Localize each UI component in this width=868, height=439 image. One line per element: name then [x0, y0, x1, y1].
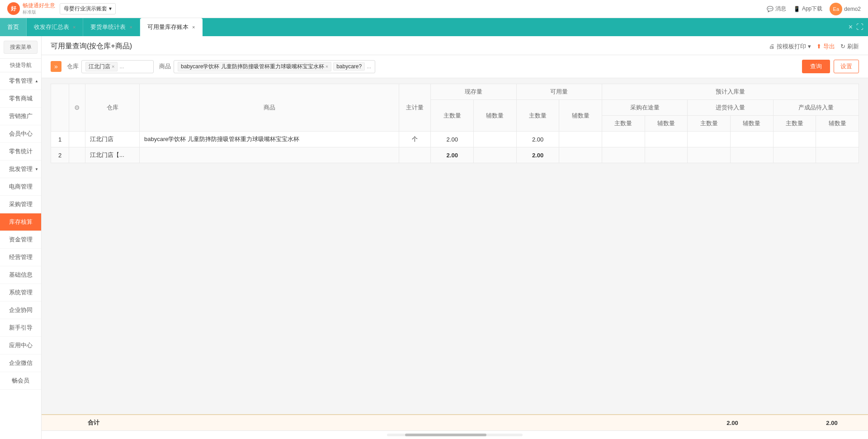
- filter-bar: » 仓库 江北门店 × ... 商品 babycare学饮杯 儿童防摔防撞吸管杯…: [42, 55, 868, 78]
- export-btn[interactable]: ⬆ 导出: [816, 42, 835, 51]
- data-table: ⚙ 仓库 商品 主计量 现存量 可用量 预计入库量 主数量 辅数量 主数量 辅数…: [51, 84, 859, 163]
- sidebar-item-retail-mgmt[interactable]: 零售管理: [0, 72, 41, 90]
- user-area[interactable]: Ea demo2: [830, 3, 861, 15]
- filter-actions: 查询 设置: [802, 60, 859, 73]
- brand-sub: 标准版: [23, 9, 55, 15]
- sidebar-item-member-center[interactable]: 会员中心: [0, 125, 41, 143]
- user-name: demo2: [844, 6, 861, 12]
- brand-text: 畅捷通好生意: [23, 2, 55, 9]
- main-layout: 搜索菜单 快捷导航 零售管理 零售商城 营销推广 会员中心 零售统计 批发管理 …: [0, 36, 868, 439]
- close-all-tabs-btn[interactable]: ×: [849, 23, 853, 31]
- sidebar-item-retail-mall[interactable]: 零售商城: [0, 90, 41, 108]
- product-label: 商品: [159, 62, 171, 71]
- summary-available-main: 2.00: [805, 420, 859, 426]
- sidebar-item-wholesale-mgmt[interactable]: 批发管理: [0, 160, 41, 178]
- sidebar-item-operations[interactable]: 经营管理: [0, 249, 41, 266]
- sidebar-item-system[interactable]: 系统管理: [0, 284, 41, 302]
- tab-receive-close[interactable]: ×: [73, 24, 75, 30]
- sidebar-item-inventory[interactable]: 库存核算: [0, 213, 41, 231]
- quick-nav-btn[interactable]: 快捷导航: [0, 59, 41, 72]
- tab-receive[interactable]: 收发存汇总表 ×: [27, 18, 83, 36]
- top-bar: 好 畅捷通好生意 标准版 母婴行业演示账套 ▾ 💬 消息 📱 App下载 Ea …: [0, 0, 868, 18]
- warehouse-tag-remove[interactable]: ×: [112, 64, 114, 69]
- sidebar-item-ecommerce[interactable]: 电商管理: [0, 178, 41, 196]
- cell-current-aux-2: [474, 147, 517, 163]
- cell-unit-2: [399, 147, 431, 163]
- sidebar-item-purchase[interactable]: 采购管理: [0, 196, 41, 213]
- sidebar-item-marketing[interactable]: 营销推广: [0, 108, 41, 125]
- product-tag-input[interactable]: babycare学饮杯 儿童防摔防撞吸管杯重力球吸嘴杯宝宝水杯 × babyca…: [174, 60, 375, 73]
- cell-inbound-aux-1: [731, 132, 774, 147]
- brand-info: 畅捷通好生意 标准版: [23, 2, 55, 15]
- warehouse-tag-input[interactable]: 江北门店 × ...: [81, 60, 154, 73]
- sidebar-item-vip-member[interactable]: 畅会员: [0, 372, 41, 390]
- tab-available-stock-close[interactable]: ×: [192, 24, 195, 30]
- export-label: 导出: [823, 42, 835, 51]
- tab-order-stats-close[interactable]: ×: [129, 24, 132, 30]
- sidebar-item-retail-stats[interactable]: 零售统计: [0, 143, 41, 160]
- message-btn[interactable]: 💬 消息: [767, 5, 786, 13]
- tab-home-label: 首页: [7, 23, 19, 31]
- th-settings[interactable]: ⚙: [69, 84, 85, 132]
- tab-home[interactable]: 首页: [0, 18, 27, 36]
- cell-row-num-2: 2: [51, 147, 69, 163]
- print-icon: 🖨: [769, 43, 775, 50]
- tab-available-stock[interactable]: 可用量库存账本 ×: [140, 18, 203, 36]
- product-tag-1-label: babycare学饮杯 儿童防摔防撞吸管杯重力球吸嘴杯宝宝水杯: [181, 63, 324, 71]
- th-product-pending: 产成品待入量: [773, 100, 859, 116]
- th-current-main: 主数量: [431, 100, 474, 132]
- sidebar: 搜索菜单 快捷导航 零售管理 零售商城 营销推广 会员中心 零售统计 批发管理 …: [0, 36, 42, 439]
- cell-warehouse-1: 江北门店: [85, 132, 140, 147]
- product-tag-1-remove[interactable]: ×: [326, 64, 328, 69]
- cell-settings-2: [69, 147, 85, 163]
- th-product-main: 主数量: [773, 116, 816, 132]
- sidebar-item-enterprise-collab[interactable]: 企业协同: [0, 302, 41, 319]
- th-expected-inbound: 预计入库量: [602, 84, 859, 100]
- industry-selector[interactable]: 母婴行业演示账套 ▾: [60, 3, 116, 14]
- sidebar-item-enterprise-wechat[interactable]: 企业微信: [0, 354, 41, 372]
- table-row: 2 江北门店【... 2.00 2.00: [51, 147, 859, 163]
- print-template-btn[interactable]: 🖨 按模板打印 ▾: [769, 42, 811, 51]
- search-menu-btn[interactable]: 搜索菜单: [4, 41, 38, 54]
- th-current-aux: 辅数量: [474, 100, 517, 132]
- cell-purchase-aux-1: [645, 132, 688, 147]
- cell-purchase-aux-2: [645, 147, 688, 163]
- query-btn[interactable]: 查询: [802, 60, 830, 73]
- cell-product-aux-2: [816, 147, 859, 163]
- app-download-btn[interactable]: 📱 App下载: [793, 5, 822, 13]
- cell-settings-1: [69, 132, 85, 147]
- th-inbound-main: 主数量: [688, 116, 731, 132]
- avatar: Ea: [830, 3, 842, 15]
- refresh-btn[interactable]: ↻ 刷新: [840, 42, 859, 51]
- sidebar-item-app-center[interactable]: 应用中心: [0, 337, 41, 354]
- scrollbar-track[interactable]: [387, 434, 523, 436]
- th-current-stock: 现存量: [431, 84, 516, 100]
- cell-available-main-1: 2.00: [516, 132, 559, 147]
- filter-expand-btn[interactable]: »: [51, 61, 61, 72]
- content-area: 可用量查询(按仓库+商品) 🖨 按模板打印 ▾ ⬆ 导出 ↻ 刷新: [42, 36, 868, 439]
- cell-inbound-main-1: [688, 132, 731, 147]
- table-settings-icon[interactable]: ⚙: [74, 104, 80, 111]
- settings-btn[interactable]: 设置: [834, 60, 859, 73]
- top-bar-right: 💬 消息 📱 App下载 Ea demo2: [767, 3, 861, 15]
- sidebar-item-new-guide[interactable]: 新手引导: [0, 319, 41, 337]
- th-purchase-aux: 辅数量: [645, 116, 688, 132]
- summary-row: 合计 2.00 2.00: [42, 414, 868, 430]
- th-product: 商品: [140, 84, 399, 132]
- product-tag-2: babycare?: [333, 62, 365, 71]
- tab-order-stats[interactable]: 要货单统计表 ×: [83, 18, 140, 36]
- cell-current-main-1: 2.00: [431, 132, 474, 147]
- warehouse-ellipsis[interactable]: ...: [119, 63, 124, 70]
- scrollbar-thumb[interactable]: [405, 434, 486, 436]
- product-ellipsis[interactable]: ...: [367, 63, 371, 70]
- cell-current-aux-1: [474, 132, 517, 147]
- product-filter-field: 商品 babycare学饮杯 儿童防摔防撞吸管杯重力球吸嘴杯宝宝水杯 × bab…: [159, 60, 375, 73]
- fullscreen-btn[interactable]: ⛶: [856, 23, 863, 31]
- message-label: 消息: [775, 5, 786, 13]
- export-icon: ⬆: [816, 43, 821, 50]
- cell-inbound-main-2: [688, 147, 731, 163]
- sidebar-item-basic-info[interactable]: 基础信息: [0, 266, 41, 284]
- sidebar-item-finance[interactable]: 资金管理: [0, 231, 41, 249]
- message-icon: 💬: [767, 6, 774, 12]
- tab-receive-label: 收发存汇总表: [34, 23, 69, 31]
